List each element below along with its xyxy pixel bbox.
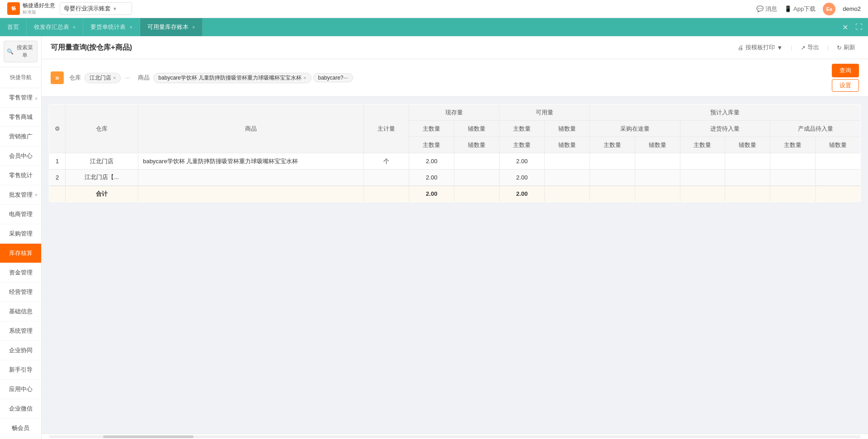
sidebar-item-ecommerce[interactable]: 电商管理	[0, 205, 41, 224]
row2-index: 2	[49, 170, 66, 186]
th-product-aux: 辅数量	[816, 137, 861, 153]
sidebar-item-vip[interactable]: 畅会员	[0, 419, 41, 438]
refresh-btn[interactable]: ↻ 刷新	[833, 42, 859, 53]
sidebar-item-basic-info[interactable]: 基础信息	[0, 302, 41, 321]
page-header: 可用量查询(按仓库+商品) 🖨 按模板打印 ▼ | ↗ 导出 | ↻ 刷新	[42, 36, 868, 59]
sidebar-item-system[interactable]: 系统管理	[0, 321, 41, 341]
table-footer-row: 合计 2.00 2.00	[49, 186, 861, 202]
message-action[interactable]: 💬 消息	[756, 5, 777, 13]
filter-product-tag-1: babycare?···	[313, 73, 353, 82]
filter-warehouse-tag-text: 江北门店	[90, 74, 111, 82]
tab-available-stock[interactable]: 可用量库存账本 ×	[140, 18, 203, 36]
footer-empty1	[49, 186, 66, 202]
scroll-thumb[interactable]	[103, 435, 193, 438]
print-arrow-icon: ▼	[777, 44, 783, 51]
sidebar-item-retail-store[interactable]: 零售商城	[0, 108, 41, 127]
sidebar-item-finance[interactable]: 资金管理	[0, 263, 41, 283]
filter-warehouse-tag: 江北门店 ×	[85, 73, 121, 83]
settings-button[interactable]: 设置	[832, 79, 859, 92]
tab-stock-close[interactable]: ×	[192, 24, 195, 30]
tab-home[interactable]: 首页	[0, 18, 27, 36]
row1-unit: 个	[364, 153, 409, 170]
filter-product-tag-0-remove[interactable]: ×	[303, 75, 306, 80]
sidebar-item-retail-mgmt-label: 零售管理	[9, 94, 33, 102]
sidebar-item-retail-stats[interactable]: 零售统计	[0, 166, 41, 185]
close-all-icon[interactable]: ✕	[840, 21, 850, 33]
row2-product-aux	[816, 170, 861, 186]
th-stock-main2: 主数量	[409, 137, 454, 153]
sidebar-item-retail-mgmt[interactable]: 零售管理 ▲	[0, 88, 41, 108]
page-title: 可用量查询(按仓库+商品)	[51, 43, 132, 52]
search-menu-button[interactable]: 🔍 搜索菜单	[4, 41, 38, 62]
app-label: App下载	[793, 5, 816, 13]
content-area: 🔍 搜索菜单 快捷导航 零售管理 ▲ 零售商城 营销推广 会员中心 零售统计 批…	[0, 36, 868, 439]
tab-order-stats[interactable]: 要货单统计表 ×	[83, 18, 140, 36]
print-icon: 🖨	[738, 44, 744, 51]
scroll-track[interactable]	[49, 435, 861, 438]
th-avail-main2: 主数量	[500, 137, 545, 153]
sidebar-item-finance-label: 资金管理	[9, 269, 33, 277]
sidebar-search-section: 🔍 搜索菜单	[0, 36, 41, 67]
nav-right: ✕ ⛶	[840, 18, 868, 36]
wholesale-arrow: ▼	[34, 193, 38, 198]
top-bar: 畅 畅捷通好生意 标准版 母婴行业演示账套 ▼ 💬 消息 📱 App下载 Ea …	[0, 0, 868, 18]
row2-stock-aux	[454, 170, 500, 186]
footer-product-main	[770, 186, 816, 202]
refresh-label: 刷新	[844, 43, 855, 52]
template-print-btn[interactable]: 🖨 按模板打印 ▼	[734, 42, 786, 53]
warehouse-selector[interactable]: 母婴行业演示账套 ▼	[60, 2, 132, 15]
tab-receipt-summary[interactable]: 收发存汇总表 ×	[27, 18, 83, 36]
th-estimated-in: 预计入库量	[590, 104, 860, 121]
row1-product-main	[770, 153, 816, 170]
row1-stock-main: 2.00	[409, 153, 454, 170]
footer-product-aux	[816, 186, 861, 202]
footer-purchase-aux	[635, 186, 680, 202]
header-actions: 🖨 按模板打印 ▼ | ↗ 导出 | ↻ 刷新	[734, 42, 859, 53]
quick-nav-btn[interactable]: 快捷导航	[4, 71, 38, 84]
footer-avail-aux	[544, 186, 590, 202]
sidebar-item-enterprise-wechat[interactable]: 企业微信	[0, 399, 41, 419]
user-name[interactable]: demo2	[843, 5, 861, 12]
footer-stock-aux	[454, 186, 500, 202]
sidebar-item-marketing-label: 营销推广	[9, 132, 33, 141]
th-unit: 主计量	[364, 104, 409, 153]
logo-icon: 畅	[7, 2, 20, 15]
row2-product	[138, 170, 364, 186]
template-print-label: 按模板打印	[745, 43, 775, 52]
expand-icon[interactable]: ⛶	[854, 21, 864, 33]
scroll-bar-area	[42, 434, 868, 439]
sidebar-item-marketing[interactable]: 营销推广	[0, 127, 41, 146]
filter-toggle-btn[interactable]: »	[51, 71, 64, 84]
sidebar-item-inventory[interactable]: 库存核算	[0, 244, 41, 263]
tab-home-label: 首页	[7, 23, 19, 31]
sidebar-item-purchase[interactable]: 采购管理	[0, 224, 41, 244]
th-product: 商品	[138, 104, 364, 153]
app-download-action[interactable]: 📱 App下载	[784, 5, 816, 13]
filter-actions: 查询 设置	[832, 64, 859, 92]
sidebar-item-enterprise[interactable]: 企业协同	[0, 341, 41, 360]
tab-receipt-close[interactable]: ×	[73, 24, 75, 30]
table-row: 2 江北门店【... 2.00 2.00	[49, 170, 861, 186]
footer-stock-main: 2.00	[409, 186, 454, 202]
row2-stock-main: 2.00	[409, 170, 454, 186]
th-inbound-aux: 辅数量	[725, 137, 770, 153]
sidebar-item-wholesale[interactable]: 批发管理 ▼	[0, 185, 41, 205]
sidebar-item-app-center[interactable]: 应用中心	[0, 380, 41, 399]
retail-mgmt-arrow: ▲	[34, 95, 38, 100]
tab-order-close[interactable]: ×	[129, 24, 132, 30]
sidebar-item-operations-label: 经营管理	[9, 288, 33, 296]
filter-warehouse-tag-remove[interactable]: ×	[113, 75, 116, 80]
sidebar-item-member-label: 会员中心	[9, 152, 33, 160]
footer-purchase-main	[590, 186, 635, 202]
avatar: Ea	[823, 3, 835, 15]
filter-product-tag-0: babycare学饮杯 儿童防摔防撞吸管杯重力球吸嘴杯宝宝水杯 ×	[153, 73, 311, 83]
query-button[interactable]: 查询	[832, 64, 859, 77]
filter-warehouse-more[interactable]: ···	[123, 74, 132, 82]
sidebar-item-member[interactable]: 会员中心	[0, 146, 41, 166]
sidebar-item-operations[interactable]: 经营管理	[0, 283, 41, 302]
sidebar-item-newbie[interactable]: 新手引导	[0, 360, 41, 380]
message-icon: 💬	[756, 5, 764, 12]
th-stock-main: 主数量	[409, 121, 454, 137]
tab-receipt-label: 收发存汇总表	[34, 23, 69, 31]
export-btn[interactable]: ↗ 导出	[797, 42, 823, 53]
